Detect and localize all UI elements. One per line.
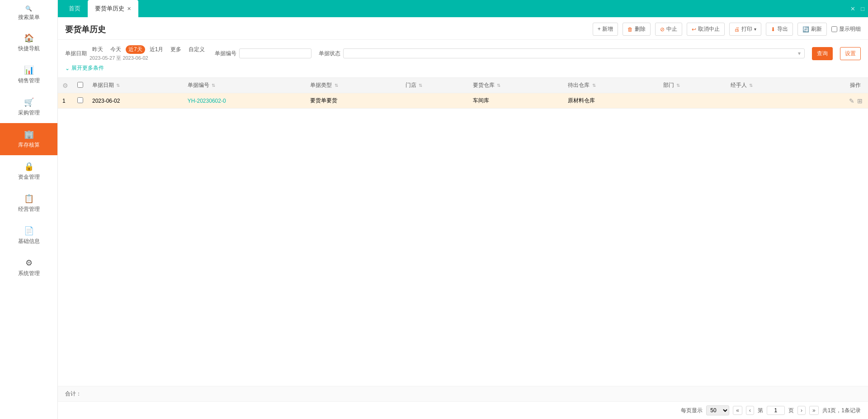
page-number-input[interactable] <box>767 406 785 415</box>
page-header: 要货单历史 + 新增 🗑 删除 ⊘ 中止 ↩ 取消中止 🖨 <box>58 17 868 40</box>
cell-checkbox[interactable] <box>73 93 88 109</box>
main-area: 首页 要货单历史 ✕ ✕ □ 要货单历史 + 新增 🗑 删除 ⊘ <box>58 0 868 419</box>
new-button[interactable]: + 新增 <box>593 23 618 36</box>
doc-status-label: 单据状态 <box>319 50 340 57</box>
delete-button[interactable]: 🗑 删除 <box>623 23 651 36</box>
sidebar-item-operations[interactable]: 📋 经营管理 <box>0 187 57 219</box>
window-expand-btn[interactable]: □ <box>861 5 864 12</box>
refresh-button[interactable]: 🔄 刷新 <box>797 23 827 36</box>
tab-requisition-history[interactable]: 要货单历史 ✕ <box>88 0 138 17</box>
last-page-btn[interactable]: » <box>809 406 819 415</box>
date-today[interactable]: 今天 <box>108 45 124 54</box>
tab-home[interactable]: 首页 <box>61 0 88 17</box>
prev-page-btn[interactable]: ‹ <box>746 406 754 415</box>
date-month1[interactable]: 近1月 <box>147 45 166 54</box>
sidebar: 🔍 搜索菜单 🏠 快捷导航 📊 销售管理 🛒 采购管理 🏢 库存核算 🔒 资金管… <box>0 0 58 419</box>
more-icon[interactable]: ⊞ <box>857 97 863 105</box>
edit-icon[interactable]: ✎ <box>849 97 854 105</box>
show-detail-label[interactable]: 显示明细 <box>831 25 861 33</box>
th-actions: 操作 <box>807 78 868 93</box>
filter-doc-no: 单据编号 <box>215 48 311 58</box>
query-button[interactable]: 查询 <box>812 47 833 60</box>
sidebar-item-sales[interactable]: 📊 销售管理 <box>0 59 57 91</box>
first-page-btn[interactable]: « <box>733 406 742 415</box>
cell-pending-warehouse: 原材料仓库 <box>563 93 659 109</box>
th-pending-warehouse[interactable]: 待出仓库 ⇅ <box>563 78 659 93</box>
date-custom[interactable]: 自定义 <box>186 45 208 54</box>
settings-button[interactable]: 设置 <box>840 47 861 60</box>
th-store[interactable]: 门店 ⇅ <box>401 78 468 93</box>
cell-store <box>401 93 468 109</box>
date-filter-label: 单据日期 <box>65 50 87 57</box>
th-doc-type[interactable]: 单据类型 ⇅ <box>306 78 401 93</box>
table-header-row: ⚙ 单据日期 ⇅ 单据编号 ⇅ <box>58 78 868 93</box>
expand-conditions-btn[interactable]: ⌄ 展开更多条件 <box>65 64 861 72</box>
date-yesterday[interactable]: 昨天 <box>90 45 106 54</box>
select-all-checkbox[interactable] <box>77 82 83 88</box>
sort-icon-doc-no: ⇅ <box>212 83 215 88</box>
sort-icon-doc-type: ⇅ <box>335 83 338 88</box>
sort-icon-handler: ⇅ <box>749 83 753 88</box>
sidebar-item-search-menu[interactable]: 🔍 搜索菜单 <box>0 0 57 27</box>
sort-icon-doc-date: ⇅ <box>116 83 120 88</box>
table-row: 1 2023-06-02 YH-20230602-0 要货单要货 车间库 原材料… <box>58 93 868 109</box>
show-detail-checkbox[interactable] <box>831 26 837 32</box>
filter-row-1: 单据日期 昨天 今天 近7天 近1月 更多 自定义 2023-05-27 至 2… <box>65 45 861 62</box>
total-info: 共1页，1条记录 <box>822 407 861 414</box>
sidebar-item-system[interactable]: ⚙ 系统管理 <box>0 252 57 284</box>
page-title: 要货单历史 <box>65 24 106 35</box>
filter-area: 单据日期 昨天 今天 近7天 近1月 更多 自定义 2023-05-27 至 2… <box>58 40 868 78</box>
tab-bar: 首页 要货单历史 ✕ ✕ □ <box>58 0 868 17</box>
sidebar-item-finance[interactable]: 🔒 资金管理 <box>0 155 57 187</box>
next-page-btn[interactable]: › <box>797 406 806 415</box>
th-doc-no[interactable]: 单据编号 ⇅ <box>183 78 306 93</box>
export-button[interactable]: ⬇ 导出 <box>766 23 793 36</box>
cell-actions: ✎ ⊞ <box>807 93 868 109</box>
th-department[interactable]: 部门 ⇅ <box>659 78 726 93</box>
per-page-select[interactable]: 50 10 20 100 <box>706 405 729 415</box>
filter-date: 单据日期 昨天 今天 近7天 近1月 更多 自定义 2023-05-27 至 2… <box>65 45 208 62</box>
window-close-btn[interactable]: ✕ <box>850 5 855 12</box>
search-icon: 🔍 <box>25 5 32 12</box>
th-handler[interactable]: 经手人 ⇅ <box>726 78 807 93</box>
footer-summary: 合计： <box>58 386 868 401</box>
cell-index: 1 <box>58 93 73 109</box>
sidebar-item-inventory[interactable]: 🏢 库存核算 <box>0 123 57 155</box>
th-doc-date[interactable]: 单据日期 ⇅ <box>88 78 183 93</box>
clipboard-icon: 📋 <box>24 194 34 204</box>
sidebar-item-purchase[interactable]: 🛒 采购管理 <box>0 91 57 123</box>
doc-no-link[interactable]: YH-20230602-0 <box>188 98 226 104</box>
doc-icon: 📄 <box>24 226 34 236</box>
table-wrapper: ⚙ 单据日期 ⇅ 单据编号 ⇅ <box>58 78 868 386</box>
date-shortcuts-row: 昨天 今天 近7天 近1月 更多 自定义 <box>90 45 208 54</box>
date-more[interactable]: 更多 <box>168 45 184 54</box>
cell-department <box>659 93 726 109</box>
print-button[interactable]: 🖨 打印 ▾ <box>729 23 761 36</box>
header-actions: + 新增 🗑 删除 ⊘ 中止 ↩ 取消中止 🖨 打印 ▾ <box>593 23 861 36</box>
cell-handler <box>726 93 807 109</box>
row-checkbox[interactable] <box>77 97 83 103</box>
tab-bar-controls: ✕ □ <box>850 5 864 12</box>
requisition-table: ⚙ 单据日期 ⇅ 单据编号 ⇅ <box>58 78 868 109</box>
cell-doc-type: 要货单要货 <box>306 93 401 109</box>
cell-doc-no: YH-20230602-0 <box>183 93 306 109</box>
sort-icon-req-warehouse: ⇅ <box>497 83 500 88</box>
th-settings[interactable]: ⚙ <box>58 78 73 93</box>
home-icon: 🏠 <box>24 33 34 43</box>
tab-close-icon[interactable]: ✕ <box>127 6 131 12</box>
chevron-down-icon: ▾ <box>798 50 801 57</box>
th-req-warehouse[interactable]: 要货仓库 ⇅ <box>468 78 564 93</box>
cart-icon: 🛒 <box>24 97 34 107</box>
column-settings-icon[interactable]: ⚙ <box>62 82 68 89</box>
cell-doc-date: 2023-06-02 <box>88 93 183 109</box>
sidebar-item-quick-nav[interactable]: 🏠 快捷导航 <box>0 27 57 59</box>
th-checkbox[interactable] <box>73 78 88 93</box>
doc-no-label: 单据编号 <box>215 50 236 57</box>
date-recent7[interactable]: 近7天 <box>126 45 145 54</box>
stop-button[interactable]: ⊘ 中止 <box>655 23 682 36</box>
doc-no-input[interactable] <box>239 48 311 58</box>
cancel-stop-button[interactable]: ↩ 取消中止 <box>687 23 725 36</box>
filter-doc-status: 单据状态 ▾ <box>319 48 805 58</box>
warehouse-icon: 🏢 <box>24 129 34 139</box>
sidebar-item-basic-info[interactable]: 📄 基础信息 <box>0 219 57 252</box>
